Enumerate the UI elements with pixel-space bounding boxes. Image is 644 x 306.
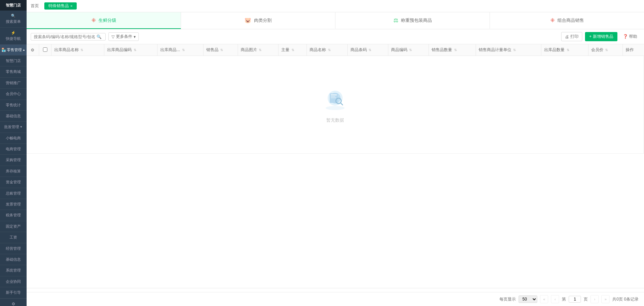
- col-product-barcode[interactable]: 商品条码 ⇅: [347, 44, 388, 56]
- sidebar-label-biz-agreement: 企业协同: [6, 279, 21, 284]
- first-page-button[interactable]: «: [540, 295, 548, 303]
- tab-fresh-grade[interactable]: ⁜ 生鲜分级: [27, 12, 181, 29]
- sidebar-item-new-guide[interactable]: 新手引导: [0, 287, 27, 298]
- sidebar-item-quick-nav[interactable]: ⚡ 快捷导航: [0, 28, 27, 45]
- empty-text: 暂无数据: [326, 117, 344, 123]
- col-out-product-code[interactable]: 出库商品编码 ⇅: [104, 44, 158, 56]
- sidebar-item-biz-agreement[interactable]: 企业协同: [0, 276, 27, 287]
- settings-icon[interactable]: ⚙: [31, 48, 34, 52]
- sidebar-item-system-mgmt[interactable]: 系统管理: [0, 265, 27, 276]
- search-box[interactable]: 🔍: [31, 33, 106, 41]
- prev-page-button[interactable]: ‹: [551, 295, 559, 303]
- sidebar-item-purchase-mgmt[interactable]: 采购管理: [0, 155, 27, 166]
- page-label: 第: [562, 296, 566, 302]
- sidebar-item-invoice-mgmt[interactable]: 发票管理: [0, 199, 27, 210]
- sidebar-item-mini-app[interactable]: 小畅电商: [0, 133, 27, 144]
- col-weight[interactable]: 主量 ⇅: [279, 44, 307, 56]
- sidebar-item-smart-store[interactable]: 智慧门店: [0, 56, 27, 66]
- add-sales-product-button[interactable]: + 新增销售品: [585, 32, 617, 41]
- breadcrumb-current-label: 特殊销售品: [48, 3, 69, 9]
- select-all-checkbox[interactable]: [43, 47, 47, 52]
- sidebar-label-general-ledger: 总账管理: [6, 191, 21, 196]
- search-input[interactable]: [34, 34, 95, 39]
- col-product-name-label: 商品名称: [310, 47, 326, 52]
- sidebar-label-wholesale-mgmt: 批发管理: [4, 124, 19, 129]
- sort-icon-sales-qty: ⇅: [454, 48, 457, 52]
- last-page-button[interactable]: »: [601, 295, 610, 303]
- tab-meat-cut[interactable]: 🐷 肉类分割: [181, 12, 335, 29]
- sidebar-label-smart-store: 智慧门店: [6, 58, 21, 63]
- col-out-product-x-label: 出库商品...: [160, 47, 180, 52]
- print-button[interactable]: 🖨 打印: [561, 32, 582, 41]
- sidebar-item-basic-info[interactable]: 基础信息: [0, 111, 27, 122]
- pagination: 每页显示 10 20 50 100 « ‹ 第 页 › » 共0页 0条记录: [27, 292, 644, 306]
- breadcrumb-home[interactable]: 首页: [31, 3, 39, 9]
- col-product-name[interactable]: 商品名称 ⇅: [307, 44, 347, 56]
- sort-icon-member-price: ⇅: [605, 48, 608, 52]
- print-icon: 🖨: [565, 34, 569, 39]
- total-label: 共0页 0条记录: [612, 296, 639, 302]
- horizontal-scrollbar[interactable]: [27, 288, 644, 292]
- sidebar-item-retail-mgmt[interactable]: 🏪 零售管理 ▲: [0, 45, 27, 56]
- col-action-label: 操作: [626, 47, 634, 52]
- tab-weigh-pack[interactable]: ⚖ 称重预包装商品: [335, 12, 490, 29]
- per-page-select[interactable]: 10 20 50 100: [519, 295, 537, 303]
- fresh-grade-icon: ⁜: [91, 17, 96, 24]
- settings-gear[interactable]: ⚙: [0, 299, 27, 306]
- sort-icon-out-qty: ⇅: [567, 48, 569, 52]
- topbar: 首页 特殊销售品 ×: [27, 0, 644, 12]
- empty-state-illustration: [321, 86, 349, 113]
- col-out-qty[interactable]: 出库品数量 ⇅: [541, 44, 588, 56]
- sidebar-item-ecom-mgmt[interactable]: 电商管理: [0, 144, 27, 155]
- sidebar-label-basic-info2: 基础信息: [6, 257, 21, 262]
- col-settings[interactable]: ⚙: [27, 44, 39, 56]
- col-out-product-x[interactable]: 出库商品... ⇅: [158, 44, 204, 56]
- page-unit: 页: [584, 296, 588, 302]
- main-content: 首页 特殊销售品 × ⁜ 生鲜分级 🐷 肉类分割 ⚖ 称重预包装商品 ⁜ 组: [27, 0, 644, 306]
- filter-label: 更多条件: [116, 34, 132, 40]
- col-out-qty-label: 出库品数量: [544, 47, 565, 52]
- sidebar-item-sales-promo[interactable]: 营销推广: [0, 78, 27, 89]
- sidebar-item-ops-mgmt[interactable]: 经营管理: [0, 243, 27, 254]
- sidebar-label-retail-mall: 零售商城: [6, 69, 21, 74]
- sidebar-item-search-menu[interactable]: 🔍 搜索菜单: [0, 11, 27, 28]
- sidebar-item-retail-stats[interactable]: 零售统计: [0, 100, 27, 111]
- col-member-price[interactable]: 会员价 ⇅: [588, 44, 623, 56]
- sidebar-item-retail-mall[interactable]: 零售商城: [0, 66, 27, 77]
- sort-icon-weight: ⇅: [291, 48, 294, 52]
- sidebar-label-member-center: 会员中心: [6, 91, 21, 96]
- breadcrumb-current[interactable]: 特殊销售品 ×: [44, 2, 77, 10]
- col-product-code[interactable]: 商品编码 ⇅: [388, 44, 429, 56]
- sidebar-item-member-center[interactable]: 会员中心: [0, 89, 27, 100]
- col-sales-unit[interactable]: 销售商品计量单位 ⇅: [476, 44, 541, 56]
- page-number-input[interactable]: [569, 296, 581, 303]
- sidebar-item-fund-mgmt[interactable]: 资金管理: [0, 177, 27, 188]
- sidebar-item-salary[interactable]: 工资: [0, 232, 27, 243]
- search-icon[interactable]: 🔍: [96, 34, 102, 39]
- filter-button[interactable]: ▽ 更多条件 ▾: [108, 32, 139, 41]
- col-checkbox[interactable]: [39, 44, 51, 56]
- empty-state: 暂无数据: [29, 59, 641, 151]
- sidebar-label-fixed-assets: 固定资产: [6, 224, 21, 229]
- sidebar-item-general-ledger[interactable]: 总账管理: [0, 188, 27, 199]
- wholesale-arrow: ▼: [20, 125, 23, 129]
- sidebar-item-inventory[interactable]: 库存核算: [0, 166, 27, 177]
- breadcrumb-close-icon[interactable]: ×: [70, 4, 73, 9]
- next-page-button[interactable]: ›: [590, 295, 599, 303]
- col-product-image[interactable]: 商品图片 ⇅: [238, 44, 279, 56]
- retail-mgmt-icon: 🏪: [1, 47, 6, 52]
- sidebar-item-fixed-assets[interactable]: 固定资产: [0, 221, 27, 232]
- col-sales-qty[interactable]: 销售品数量 ⇅: [429, 44, 476, 56]
- sidebar-item-tax-mgmt[interactable]: 税务管理: [0, 210, 27, 221]
- col-out-product-name[interactable]: 出库商品名称 ⇅: [51, 44, 104, 56]
- sidebar-item-wholesale-mgmt[interactable]: 批发管理 ▼: [0, 122, 27, 133]
- help-button[interactable]: ❓ 帮助: [620, 32, 640, 41]
- sidebar-label-ops-mgmt: 经营管理: [6, 246, 21, 251]
- col-out-product-name-label: 出库商品名称: [54, 47, 79, 52]
- tab-weigh-pack-label: 称重预包装商品: [401, 17, 432, 24]
- svg-line-8: [341, 103, 343, 105]
- tab-combo-sales[interactable]: ⁜ 组合商品销售: [490, 12, 644, 29]
- sidebar-item-basic-info2[interactable]: 基础信息: [0, 254, 27, 265]
- print-label: 打印: [570, 34, 579, 40]
- col-sales-product[interactable]: 销售品 ⇅: [204, 44, 238, 56]
